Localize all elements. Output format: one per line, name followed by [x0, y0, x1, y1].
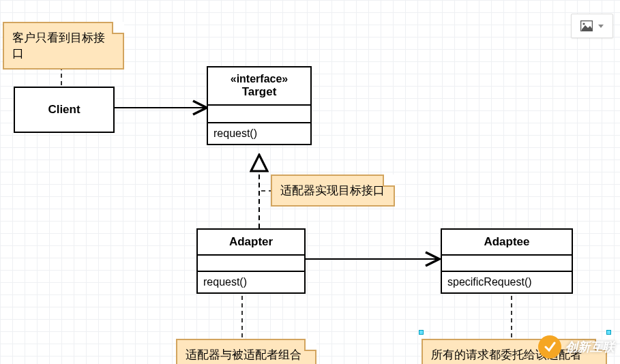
operations-compartment: request(): [208, 122, 310, 144]
attributes-compartment: [208, 104, 310, 122]
svg-point-8: [582, 22, 585, 25]
operations-compartment: request(): [198, 271, 304, 292]
class-header: «interface» Target: [208, 67, 310, 104]
method-label: specificRequest(): [447, 276, 532, 288]
class-name: Target: [242, 85, 277, 98]
picture-icon: [580, 20, 593, 31]
class-adapter[interactable]: Adapter request(): [196, 228, 306, 294]
class-client[interactable]: Client: [14, 87, 115, 133]
resize-handle[interactable]: [419, 330, 424, 335]
note-fold-icon: [112, 22, 124, 34]
resize-handle[interactable]: [606, 330, 611, 335]
operations-compartment: specificRequest(): [442, 271, 572, 292]
interface-target[interactable]: «interface» Target request(): [207, 66, 312, 145]
note-adapter-implements-target[interactable]: 适配器实现目标接口: [271, 175, 395, 207]
note-adapter-composes-adaptee[interactable]: 适配器与被适配者组合: [176, 339, 316, 364]
note-fold-icon: [304, 339, 316, 351]
note-text: 客户只看到目标接口: [12, 31, 105, 60]
method-label: request(): [203, 276, 247, 288]
class-adaptee[interactable]: Adaptee specificRequest(): [441, 228, 573, 294]
note-text: 适配器与被适配者组合: [186, 348, 301, 361]
stereotype-label: «interface»: [212, 73, 306, 85]
class-name: Adaptee: [442, 230, 572, 254]
image-export-dropdown[interactable]: [571, 14, 613, 38]
class-title: Client: [15, 88, 113, 132]
note-text: 适配器实现目标接口: [280, 184, 385, 197]
method-label: request(): [213, 127, 257, 139]
class-name: Adapter: [198, 230, 304, 254]
attributes-compartment: [442, 254, 572, 271]
chevron-down-icon: [598, 25, 604, 28]
diagram-canvas[interactable]: 客户只看到目标接口 Client «interface» Target requ…: [0, 0, 620, 364]
attributes-compartment: [198, 254, 304, 271]
note-client-sees-target[interactable]: 客户只看到目标接口: [3, 22, 124, 70]
note-text: 所有的请求都委托给该适配者: [431, 348, 582, 361]
note-delegates-all-requests[interactable]: 所有的请求都委托给该适配者: [422, 339, 607, 364]
note-fold-icon: [595, 339, 607, 351]
note-fold-icon: [383, 175, 395, 187]
